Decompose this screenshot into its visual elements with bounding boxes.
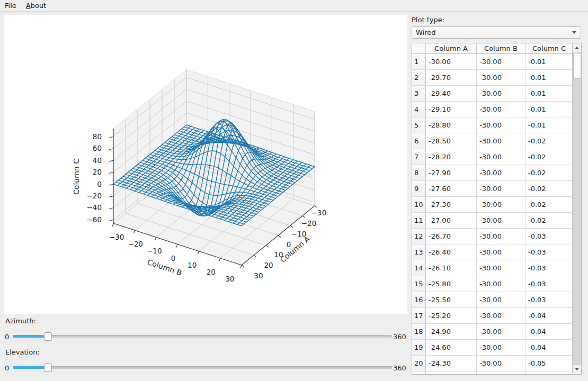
row-number-cell[interactable]: 1 [412, 54, 426, 69]
cell-column-b[interactable]: -30.00 [477, 149, 525, 165]
cell-column-b[interactable]: -30.00 [477, 133, 525, 149]
cell-column-c[interactable]: -0.01 [525, 117, 573, 133]
table-row[interactable]: 3-29.40-30.00-0.01 [412, 86, 573, 102]
cell-column-c[interactable]: -0.03 [525, 276, 573, 292]
row-number-cell[interactable]: 15 [412, 276, 426, 292]
table-row[interactable]: 4-29.10-30.00-0.01 [412, 102, 573, 117]
cell-column-a[interactable]: -27.00 [426, 213, 477, 228]
cell-column-c[interactable]: -0.02 [525, 165, 573, 180]
elevation-slider-handle[interactable] [44, 364, 52, 372]
table-row[interactable]: 16-25.50-30.00-0.03 [412, 292, 573, 308]
row-number-cell[interactable]: 10 [412, 197, 426, 212]
table-row[interactable]: 2-29.70-30.00-0.01 [412, 70, 573, 86]
table-row[interactable]: 15-25.80-30.00-0.03 [412, 276, 573, 292]
row-number-cell[interactable]: 17 [412, 308, 426, 323]
cell-column-a[interactable]: -27.60 [426, 181, 477, 196]
table-row[interactable]: 20-24.30-30.00-0.05 [412, 356, 573, 371]
cell-column-c[interactable] [525, 371, 573, 375]
menu-file[interactable]: File [0, 1, 21, 10]
cell-column-b[interactable]: -30.00 [477, 276, 525, 292]
cell-column-a[interactable]: -26.40 [426, 244, 477, 260]
cell-column-b[interactable]: -30.00 [477, 102, 525, 117]
row-number-cell[interactable]: 6 [412, 133, 426, 149]
cell-column-a[interactable]: -24.90 [426, 324, 477, 339]
cell-column-a[interactable]: -24.30 [426, 356, 477, 371]
row-number-cell[interactable]: 21 [412, 371, 426, 375]
row-number-cell[interactable]: 20 [412, 356, 426, 371]
row-number-cell[interactable]: 11 [412, 213, 426, 228]
table-row[interactable]: 13-26.40-30.00-0.03 [412, 244, 573, 260]
row-number-cell[interactable]: 4 [412, 102, 426, 117]
cell-column-c[interactable]: -0.01 [525, 86, 573, 101]
cell-column-c[interactable]: -0.03 [525, 260, 573, 276]
cell-column-a[interactable]: -24.60 [426, 340, 477, 355]
table-header-column-b[interactable]: Column B [477, 43, 525, 53]
cell-column-c[interactable]: -0.04 [525, 324, 573, 339]
table-row[interactable]: 5-28.80-30.00-0.01 [412, 117, 573, 133]
row-number-cell[interactable]: 16 [412, 292, 426, 307]
cell-column-c[interactable]: -0.02 [525, 213, 573, 228]
cell-column-a[interactable]: -30.00 [426, 54, 477, 69]
table-row[interactable]: 6-28.50-30.00-0.02 [412, 133, 573, 149]
table-row[interactable]: 17-25.20-30.00-0.04 [412, 308, 573, 324]
row-number-cell[interactable]: 2 [412, 70, 426, 85]
cell-column-b[interactable]: -30.00 [477, 308, 525, 323]
cell-column-c[interactable]: -0.01 [525, 102, 573, 117]
cell-column-b[interactable]: -30.00 [477, 117, 525, 133]
cell-column-c[interactable]: -0.04 [525, 308, 573, 323]
table-row[interactable]: 19-24.60-30.00-0.04 [412, 340, 573, 356]
row-number-cell[interactable]: 7 [412, 149, 426, 165]
cell-column-a[interactable]: -27.30 [426, 197, 477, 212]
cell-column-b[interactable]: -30.00 [477, 213, 525, 228]
cell-column-b[interactable]: -30.00 [477, 54, 525, 69]
cell-column-a[interactable]: -25.80 [426, 276, 477, 292]
row-number-cell[interactable]: 18 [412, 324, 426, 339]
cell-column-a[interactable]: -29.10 [426, 102, 477, 117]
cell-column-b[interactable]: -30.00 [477, 292, 525, 307]
cell-column-a[interactable]: -26.70 [426, 229, 477, 244]
cell-column-c[interactable]: -0.02 [525, 197, 573, 212]
cell-column-b[interactable]: -30.00 [477, 324, 525, 339]
cell-column-b[interactable]: -30.00 [477, 181, 525, 196]
row-number-cell[interactable]: 13 [412, 244, 426, 260]
cell-column-b[interactable]: -30.00 [477, 229, 525, 244]
table-row[interactable]: 14-26.10-30.00-0.03 [412, 260, 573, 276]
cell-column-c[interactable]: -0.02 [525, 149, 573, 165]
cell-column-c[interactable]: -0.02 [525, 133, 573, 149]
azimuth-slider[interactable] [13, 335, 392, 338]
plot-type-combobox[interactable]: Wired [412, 26, 581, 39]
cell-column-b[interactable]: -30.00 [477, 340, 525, 355]
table-header-column-c[interactable]: Column C [525, 43, 573, 53]
table-row[interactable]: 9-27.60-30.00-0.02 [412, 181, 573, 197]
table-header-column-a[interactable]: Column A [426, 43, 477, 53]
cell-column-a[interactable]: -27.90 [426, 165, 477, 180]
table-row[interactable]: 21 [412, 371, 573, 375]
row-number-cell[interactable]: 12 [412, 229, 426, 244]
row-number-cell[interactable]: 8 [412, 165, 426, 180]
elevation-slider[interactable] [13, 366, 392, 369]
cell-column-a[interactable]: -28.20 [426, 149, 477, 165]
cell-column-a[interactable]: -26.10 [426, 260, 477, 276]
table-row[interactable]: 1-30.00-30.00-0.01 [412, 54, 573, 70]
cell-column-b[interactable]: -30.00 [477, 165, 525, 180]
cell-column-b[interactable]: -30.00 [477, 244, 525, 260]
table-row[interactable]: 18-24.90-30.00-0.04 [412, 324, 573, 340]
cell-column-c[interactable]: -0.04 [525, 340, 573, 355]
cell-column-b[interactable]: -30.00 [477, 70, 525, 85]
cell-column-a[interactable] [426, 371, 477, 375]
table-row[interactable]: 10-27.30-30.00-0.02 [412, 197, 573, 213]
table-vertical-scrollbar[interactable] [572, 43, 581, 373]
menu-about[interactable]: About [21, 1, 51, 10]
cell-column-c[interactable]: -0.03 [525, 229, 573, 244]
cell-column-b[interactable]: -30.00 [477, 197, 525, 212]
cell-column-a[interactable]: -25.50 [426, 292, 477, 307]
cell-column-a[interactable]: -29.40 [426, 86, 477, 101]
cell-column-b[interactable]: -30.00 [477, 260, 525, 276]
row-number-cell[interactable]: 14 [412, 260, 426, 276]
cell-column-c[interactable]: -0.05 [525, 356, 573, 371]
cell-column-a[interactable]: -29.70 [426, 70, 477, 85]
table-row[interactable]: 12-26.70-30.00-0.03 [412, 229, 573, 244]
cell-column-b[interactable] [477, 371, 525, 375]
cell-column-c[interactable]: -0.01 [525, 70, 573, 85]
table-row[interactable]: 8-27.90-30.00-0.02 [412, 165, 573, 181]
